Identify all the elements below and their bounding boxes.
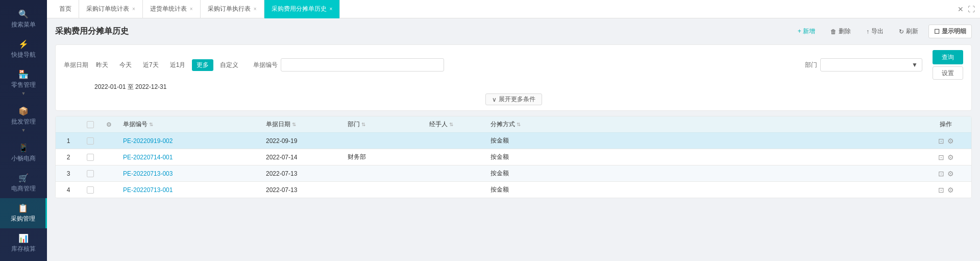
col-header-action: 操作 bbox=[920, 116, 971, 132]
cell-check[interactable] bbox=[81, 133, 100, 149]
toolbar: + 新增 🗑 删除 ↑ 导出 ↻ 刷新 ☐ 显示明细 bbox=[793, 25, 972, 38]
tab-close-icon[interactable]: × bbox=[190, 6, 193, 12]
col-header-settings[interactable]: ⚙ bbox=[100, 116, 118, 132]
close-all-icon[interactable]: ✕ bbox=[958, 5, 964, 13]
refresh-button[interactable]: ↻ 刷新 bbox=[894, 25, 923, 38]
settings-gear-icon[interactable]: ⚙ bbox=[106, 121, 112, 128]
tab-inbound-stats[interactable]: 进货单统计表 × bbox=[143, 0, 201, 18]
view-icon[interactable]: ⊡ bbox=[938, 153, 944, 161]
sidebar-item-label: 批发管理 bbox=[11, 117, 36, 126]
tab-home[interactable]: 首页 bbox=[52, 0, 79, 18]
dept-select[interactable]: ▼ bbox=[820, 58, 922, 72]
cell-handler bbox=[424, 149, 485, 165]
sidebar-item-purchase[interactable]: 📋 采购管理 bbox=[0, 198, 47, 228]
sidebar-item-wholesale[interactable]: 📦 批发管理 ▼ bbox=[0, 101, 47, 138]
docno-filter-label: 单据编号 bbox=[253, 61, 278, 69]
cell-check[interactable] bbox=[81, 149, 100, 165]
cell-handler bbox=[424, 133, 485, 149]
view-icon[interactable]: ⊡ bbox=[938, 186, 944, 194]
cell-handler bbox=[424, 165, 485, 181]
table-row: 4 PE-20220713-001 2022-07-13 按金额 ⊡ ⚙ bbox=[56, 182, 971, 198]
sidebar-item-inventory[interactable]: 📊 库存核算 bbox=[0, 228, 47, 258]
edit-icon[interactable]: ⚙ bbox=[947, 137, 954, 145]
cell-splitmode: 按金额 bbox=[485, 165, 920, 181]
cell-date: 2022-07-13 bbox=[261, 165, 342, 181]
sort-icon[interactable]: ⇅ bbox=[149, 122, 153, 127]
cell-splitmode: 按金额 bbox=[485, 133, 920, 149]
cell-dept bbox=[342, 133, 424, 149]
wholesale-icon: 📦 bbox=[18, 106, 29, 116]
tab-purchase-order-stats[interactable]: 采购订单统计表 × bbox=[79, 0, 143, 18]
cell-dept: 财务部 bbox=[342, 149, 424, 165]
query-button[interactable]: 查询 bbox=[933, 50, 963, 64]
date-btn-today[interactable]: 今天 bbox=[115, 59, 136, 71]
main-area: 首页 采购订单统计表 × 进货单统计表 × 采购订单执行表 × 采购费用分摊单历… bbox=[47, 0, 980, 261]
show-columns-button[interactable]: ☐ 显示明细 bbox=[928, 25, 972, 38]
sort-icon[interactable]: ⇅ bbox=[517, 122, 521, 127]
sidebar-item-label: 库存核算 bbox=[11, 245, 36, 253]
cell-docno: PE-20220713-001 bbox=[118, 182, 261, 198]
cell-docno: PE-20220919-002 bbox=[118, 133, 261, 149]
sidebar-item-search[interactable]: 🔍 搜索菜单 bbox=[0, 4, 47, 34]
cell-settings bbox=[100, 165, 118, 181]
sidebar-item-finance[interactable]: 💰 资金管理 bbox=[0, 258, 47, 261]
view-icon[interactable]: ⊡ bbox=[938, 170, 944, 178]
edit-icon[interactable]: ⚙ bbox=[947, 170, 954, 178]
cell-action: ⊡ ⚙ bbox=[920, 133, 971, 149]
cell-seq: 1 bbox=[56, 133, 81, 149]
tab-close-icon[interactable]: × bbox=[132, 6, 135, 12]
chevron-down-icon: ▼ bbox=[21, 128, 26, 133]
table-row: 2 PE-20220714-001 2022-07-14 财务部 按金额 ⊡ ⚙ bbox=[56, 149, 971, 165]
doc-link[interactable]: PE-20220919-002 bbox=[123, 137, 173, 145]
view-icon[interactable]: ⊡ bbox=[938, 137, 944, 145]
sidebar-item-retail[interactable]: 🏪 零售管理 ▼ bbox=[0, 64, 47, 101]
sort-icon[interactable]: ⇅ bbox=[292, 122, 296, 127]
doc-link[interactable]: PE-20220714-001 bbox=[123, 154, 173, 161]
date-btn-1month[interactable]: 近1月 bbox=[165, 59, 190, 71]
docno-input[interactable] bbox=[281, 58, 444, 72]
row-checkbox[interactable] bbox=[87, 186, 94, 194]
select-all-checkbox[interactable] bbox=[87, 121, 94, 128]
cell-seq: 4 bbox=[56, 182, 81, 198]
tab-close-icon[interactable]: × bbox=[254, 6, 257, 12]
tab-purchase-order-exec[interactable]: 采购订单执行表 × bbox=[201, 0, 264, 18]
tab-close-icon[interactable]: × bbox=[330, 6, 333, 12]
page-header: 采购费用分摊单历史 + 新增 🗑 删除 ↑ 导出 ↻ 刷新 ☐ 显示明细 bbox=[55, 25, 972, 38]
setting-button[interactable]: 设置 bbox=[933, 66, 963, 80]
doc-link[interactable]: PE-20220713-001 bbox=[123, 186, 173, 194]
sort-icon[interactable]: ⇅ bbox=[449, 122, 453, 127]
date-btn-yesterday[interactable]: 昨天 bbox=[91, 59, 113, 71]
delete-icon: 🗑 bbox=[830, 28, 837, 35]
date-btn-7days[interactable]: 近7天 bbox=[138, 59, 163, 71]
maximize-icon[interactable]: ⛶ bbox=[968, 5, 975, 13]
table-row: 1 PE-20220919-002 2022-09-19 按金额 ⊡ ⚙ bbox=[56, 133, 971, 149]
col-header-check[interactable] bbox=[81, 116, 100, 132]
tab-purchase-cost-split[interactable]: 采购费用分摊单历史 × bbox=[264, 0, 340, 18]
ecommerce-icon: 🛒 bbox=[18, 173, 29, 183]
tab-bar: 首页 采购订单统计表 × 进货单统计表 × 采购订单执行表 × 采购费用分摊单历… bbox=[47, 0, 980, 18]
sort-icon[interactable]: ⇅ bbox=[361, 122, 365, 127]
add-button[interactable]: + 新增 bbox=[793, 25, 820, 38]
row-checkbox[interactable] bbox=[87, 170, 94, 177]
col-header-seq bbox=[56, 116, 81, 132]
date-btn-more[interactable]: 更多 bbox=[192, 59, 213, 71]
edit-icon[interactable]: ⚙ bbox=[947, 153, 954, 161]
table-row: 3 PE-20220713-003 2022-07-13 按金额 ⊡ ⚙ bbox=[56, 165, 971, 182]
row-checkbox[interactable] bbox=[87, 154, 94, 161]
expand-more-button[interactable]: ∨ 展开更多条件 bbox=[485, 93, 542, 105]
cell-docno: PE-20220713-003 bbox=[118, 165, 261, 181]
col-header-splitmode: 分摊方式 ⇅ bbox=[485, 116, 920, 132]
export-button[interactable]: ↑ 导出 bbox=[861, 25, 889, 38]
doc-link[interactable]: PE-20220713-003 bbox=[123, 170, 173, 177]
delete-button[interactable]: 🗑 删除 bbox=[825, 25, 856, 38]
sidebar-item-quicknav[interactable]: ⚡ 快捷导航 bbox=[0, 34, 47, 64]
date-btn-custom[interactable]: 自定义 bbox=[215, 59, 243, 71]
edit-icon[interactable]: ⚙ bbox=[947, 186, 954, 194]
cell-check[interactable] bbox=[81, 182, 100, 198]
row-checkbox[interactable] bbox=[87, 137, 94, 145]
sidebar-item-miniapp[interactable]: 📱 小畅电商 bbox=[0, 138, 47, 168]
sidebar-item-label: 小畅电商 bbox=[11, 154, 36, 163]
cell-splitmode: 按金额 bbox=[485, 182, 920, 198]
cell-check[interactable] bbox=[81, 165, 100, 181]
sidebar-item-ecommerce[interactable]: 🛒 电商管理 bbox=[0, 168, 47, 198]
